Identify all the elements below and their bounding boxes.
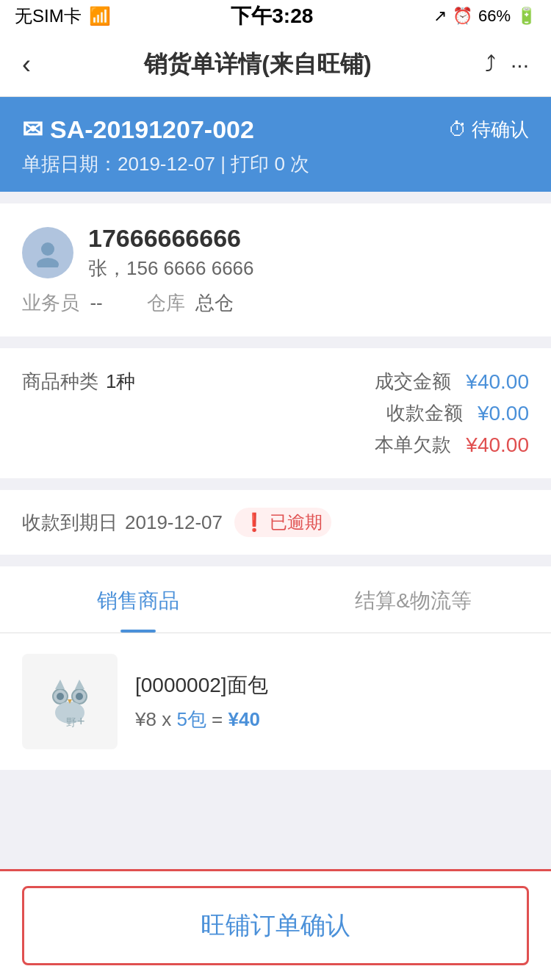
order-header: ✉ SA-20191207-002 ⏱ 待确认 单据日期：2019-12-07 …: [0, 97, 551, 192]
wifi-icon: 📶: [89, 6, 111, 26]
confirm-button[interactable]: 旺铺订单确认: [22, 886, 529, 965]
product-item: + 野 [0000002]面包 ¥8 x 5包 = ¥40: [0, 633, 551, 770]
due-date-value: 2019-12-07: [125, 511, 223, 534]
tabs-section: 销售商品 结算&物流等 + 野 [0: [0, 566, 551, 770]
more-icon[interactable]: ···: [511, 52, 529, 77]
price-total: ¥40: [228, 708, 259, 730]
amount-row: 商品种类 1种 成交金额 ¥40.00 收款金额 ¥0.00 本单欠款 ¥40.…: [22, 369, 529, 458]
carrier-text: 无SIM卡: [15, 4, 82, 28]
svg-point-5: [76, 693, 83, 700]
tab-settlement[interactable]: 结算&物流等: [276, 566, 551, 633]
customer-details: 17666666666 张，156 6666 6666: [88, 224, 254, 281]
received-amount-item: 收款金额 ¥0.00: [386, 400, 529, 426]
status-left: 无SIM卡 📶: [15, 4, 111, 28]
svg-marker-8: [75, 680, 84, 689]
amount-right: 成交金额 ¥40.00 收款金额 ¥0.00 本单欠款 ¥40.00: [375, 369, 529, 458]
debt-amount-value: ¥40.00: [466, 433, 529, 457]
order-status: ⏱ 待确认: [448, 117, 529, 143]
deal-amount-value: ¥40.00: [466, 370, 529, 394]
avatar: [22, 227, 73, 278]
product-type-value: 1种: [106, 369, 135, 394]
debt-amount-label: 本单欠款: [375, 432, 451, 458]
customer-row: 17666666666 张，156 6666 6666: [22, 224, 529, 281]
overdue-badge: ❗ 已逾期: [234, 508, 331, 537]
svg-text:+: +: [77, 714, 85, 727]
order-date: 单据日期：2019-12-07 | 打印 0 次: [22, 151, 529, 177]
order-id-text: SA-20191207-002: [50, 115, 254, 144]
debt-amount-item: 本单欠款 ¥40.00: [375, 432, 529, 458]
battery-text: 66%: [478, 7, 511, 26]
salesperson-value: --: [90, 292, 102, 314]
status-clock-icon: ⏱: [448, 118, 467, 141]
product-thumbnail: + 野: [22, 654, 118, 749]
due-section: 收款到期日 2019-12-07 ❗ 已逾期: [0, 490, 551, 555]
received-amount-label: 收款金额: [386, 400, 463, 426]
deal-amount-label: 成交金额: [375, 369, 451, 394]
tab-sales-products[interactable]: 销售商品: [0, 566, 276, 633]
back-button[interactable]: ‹: [22, 49, 31, 80]
share-icon[interactable]: ⤴: [485, 52, 496, 77]
amount-section: 商品种类 1种 成交金额 ¥40.00 收款金额 ¥0.00 本单欠款 ¥40.…: [0, 348, 551, 478]
battery-icon: 🔋: [516, 7, 536, 26]
svg-marker-7: [55, 680, 65, 689]
deal-amount-item: 成交金额 ¥40.00: [375, 369, 529, 394]
warehouse-label: 仓库 总仓: [147, 290, 234, 316]
order-id: ✉ SA-20191207-002: [22, 115, 254, 144]
status-time: 下午3:28: [231, 2, 313, 30]
product-type: 商品种类 1种: [22, 369, 135, 394]
nav-bar: ‹ 销货单详情(来自旺铺) ⤴ ···: [0, 32, 551, 97]
status-text: 待确认: [472, 117, 529, 143]
svg-text:野: 野: [66, 716, 76, 727]
location-icon: ↗: [433, 7, 447, 26]
alarm-icon: ⏰: [453, 7, 472, 26]
amount-left: 商品种类 1种: [22, 369, 135, 458]
bottom-bar: 旺铺订单确认: [0, 869, 551, 980]
tabs-row: 销售商品 结算&物流等: [0, 566, 551, 633]
overdue-icon: ❗: [243, 512, 265, 533]
product-name: [0000002]面包: [135, 671, 529, 699]
customer-card: 17666666666 张，156 6666 6666 业务员 -- 仓库 总仓: [0, 203, 551, 336]
customer-name: 张，156 6666 6666: [88, 256, 254, 281]
customer-phone: 17666666666: [88, 224, 254, 253]
status-bar: 无SIM卡 📶 下午3:28 ↗ ⏰ 66% 🔋: [0, 0, 551, 32]
price-qty: 5包: [176, 708, 206, 730]
warehouse-value: 总仓: [195, 292, 234, 314]
page-title: 销货单详情(来自旺铺): [144, 48, 371, 81]
due-date-label: 收款到期日: [22, 510, 118, 536]
svg-point-1: [37, 258, 59, 267]
product-price: ¥8 x 5包 = ¥40: [135, 707, 529, 732]
svg-point-0: [41, 242, 54, 256]
product-type-label: 商品种类: [22, 369, 98, 394]
svg-point-4: [57, 693, 64, 700]
status-right: ↗ ⏰ 66% 🔋: [433, 7, 536, 26]
overdue-text: 已逾期: [270, 511, 323, 534]
nav-actions: ⤴ ···: [485, 52, 529, 77]
received-amount-value: ¥0.00: [478, 402, 529, 425]
order-icon: ✉: [22, 115, 43, 144]
customer-meta: 业务员 -- 仓库 总仓: [22, 290, 529, 316]
product-info: [0000002]面包 ¥8 x 5包 = ¥40: [135, 671, 529, 732]
price-equals: =: [206, 708, 228, 730]
salesperson-label: 业务员 --: [22, 290, 103, 316]
price-base: ¥8 x: [135, 708, 176, 730]
